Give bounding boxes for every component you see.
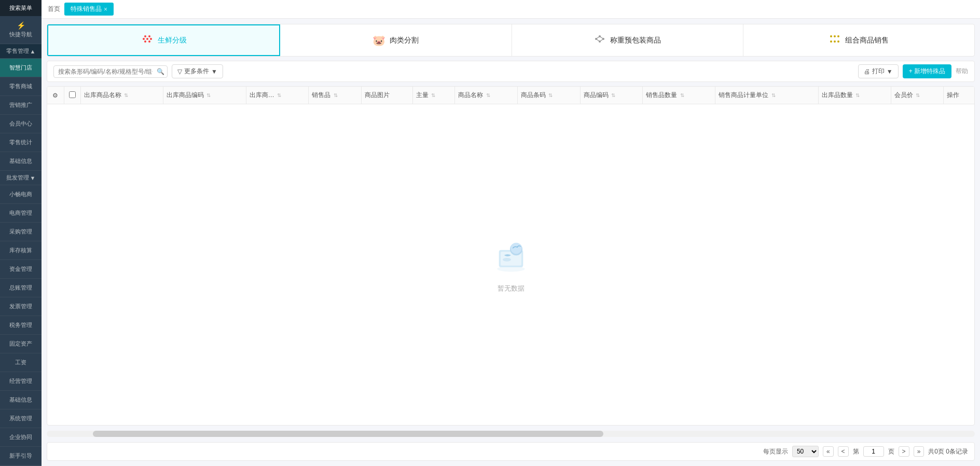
fresh-grade-icon: [141, 33, 154, 48]
sort-icon: ⇅: [277, 92, 281, 98]
column-sale-unit[interactable]: 销售商品计量单位 ⇅: [715, 87, 819, 104]
tab-fresh-grade[interactable]: 生鲜分级: [47, 24, 280, 56]
empty-state: 暂无数据: [47, 104, 974, 425]
sidebar-item-wholesale-mgmt[interactable]: 批发管理 ▼: [0, 171, 42, 185]
per-page-select[interactable]: 50 10 20 100: [792, 446, 819, 457]
svg-point-3: [144, 35, 146, 37]
sidebar-item-finance-mgmt[interactable]: 资金管理: [0, 260, 42, 279]
sidebar-item-label: 总账管理: [9, 284, 32, 292]
active-tab[interactable]: 特殊销售品 ×: [64, 3, 114, 16]
sidebar-item-label: 基础信息: [9, 157, 32, 165]
column-out-qty[interactable]: 出库品数量 ⇅: [818, 87, 891, 104]
svg-point-20: [837, 40, 839, 43]
svg-point-26: [503, 258, 511, 262]
help-button[interactable]: 帮助: [956, 67, 968, 76]
column-product-img: 商品图片: [361, 87, 412, 104]
filter-button[interactable]: ▽ 更多条件 ▼: [172, 64, 223, 78]
print-button[interactable]: 🖨 打印 ▼: [858, 64, 899, 78]
sidebar-logo[interactable]: 搜索菜单: [0, 0, 42, 16]
tab-meat-cut[interactable]: 🐷 肉类分割: [280, 24, 512, 56]
weigh-pack-icon: [593, 33, 606, 48]
search-wrap: 🔍: [53, 65, 168, 78]
tab-weigh-pack[interactable]: 称重预包装商品: [512, 24, 743, 56]
sort-icon: ⇅: [124, 92, 128, 98]
sidebar-item-invoice-mgmt[interactable]: 发票管理: [0, 297, 42, 316]
sidebar-item-inventory[interactable]: 库存核算: [0, 241, 42, 260]
column-out-name[interactable]: 出库商品名称 ⇅: [80, 87, 163, 104]
column-settings[interactable]: ⚙: [47, 87, 64, 104]
data-table: ⚙ 出库商品名称 ⇅ 出库商品编码 ⇅: [47, 87, 974, 104]
sort-icon: ⇅: [680, 92, 684, 98]
column-checkbox[interactable]: [64, 87, 80, 104]
column-product-code[interactable]: 商品编码 ⇅: [580, 87, 643, 104]
prev-page-button[interactable]: <: [838, 446, 849, 457]
column-actions: 操作: [944, 87, 974, 104]
column-out-spec[interactable]: 出库商… ⇅: [246, 87, 309, 104]
toolbar-right: 🖨 打印 ▼ + 新增特殊品 帮助: [858, 64, 968, 78]
page-label: 第: [853, 447, 859, 456]
sidebar-item-quick-nav[interactable]: ⚡ 快捷导航: [0, 16, 42, 44]
sidebar-item-retail-mall[interactable]: 零售商城: [0, 77, 42, 96]
last-page-button[interactable]: »: [914, 446, 924, 457]
svg-point-1: [146, 38, 148, 40]
sidebar-item-sales-promo[interactable]: 营销推广: [0, 96, 42, 115]
sidebar-item-general-ledger[interactable]: 总账管理: [0, 279, 42, 297]
empty-text: 暂无数据: [498, 284, 524, 293]
sort-icon: ⇅: [916, 92, 920, 98]
category-tabs: 生鲜分级 🐷 肉类分割: [47, 24, 975, 57]
horizontal-scrollbar[interactable]: [47, 431, 975, 437]
sidebar-item-basic-info[interactable]: 基础信息: [0, 152, 42, 171]
page-content: 生鲜分级 🐷 肉类分割: [42, 19, 980, 466]
print-arrow-icon: ▼: [887, 68, 893, 75]
svg-line-14: [596, 39, 600, 42]
column-sale-qty[interactable]: 销售品数量 ⇅: [643, 87, 715, 104]
sort-icon: ⇅: [206, 92, 211, 98]
page-unit: 页: [888, 447, 894, 456]
svg-point-6: [148, 40, 150, 43]
sidebar-item-ops-mgmt[interactable]: 经营管理: [0, 372, 42, 391]
sidebar-item-enterprise[interactable]: 企业协同: [0, 428, 42, 447]
sort-icon: ⇅: [334, 92, 338, 98]
sidebar-item-smart-store[interactable]: 智慧门店: [0, 59, 42, 77]
sidebar-item-basic-info2[interactable]: 基础信息: [0, 391, 42, 409]
column-main-weight[interactable]: 主量 ⇅: [412, 87, 455, 104]
tab-combo-sales[interactable]: 组合商品销售: [743, 24, 974, 56]
sidebar-item-label: 零售管理: [6, 47, 29, 55]
sidebar-item-new-guide[interactable]: 新手引导: [0, 447, 42, 465]
sidebar-item-label: 快捷导航: [9, 31, 32, 38]
column-sale-item[interactable]: 销售品 ⇅: [309, 87, 361, 104]
print-icon: 🖨: [864, 68, 870, 75]
column-barcode[interactable]: 商品条码 ⇅: [517, 87, 580, 104]
sidebar-item-mini-ecom[interactable]: 小畅电商: [0, 185, 42, 204]
sort-icon: ⇅: [548, 92, 553, 98]
sidebar-item-label: 系统管理: [9, 415, 32, 422]
page-input[interactable]: [863, 446, 884, 457]
svg-point-16: [834, 35, 836, 37]
sidebar-item-retail-mgmt[interactable]: 零售管理 ▲: [0, 44, 42, 59]
expand-icon: ▲: [30, 48, 36, 54]
next-page-button[interactable]: >: [899, 446, 909, 457]
select-all-checkbox[interactable]: [69, 91, 76, 98]
empty-icon: [490, 236, 532, 278]
sidebar-item-tax-mgmt[interactable]: 税务管理: [0, 316, 42, 335]
sidebar-item-salary[interactable]: 工资: [0, 353, 42, 372]
search-input[interactable]: [53, 65, 168, 78]
add-special-product-button[interactable]: + 新增特殊品: [903, 64, 951, 78]
first-page-button[interactable]: «: [823, 446, 834, 457]
sidebar-item-fixed-assets[interactable]: 固定资产: [0, 335, 42, 353]
sidebar-item-label: 批发管理: [6, 174, 29, 182]
column-product-name[interactable]: 商品名称 ⇅: [455, 87, 518, 104]
meat-cut-icon: 🐷: [372, 34, 385, 47]
close-tab-icon[interactable]: ×: [104, 6, 107, 13]
table-header: ⚙ 出库商品名称 ⇅ 出库商品编码 ⇅: [47, 87, 974, 104]
toolbar: 🔍 ▽ 更多条件 ▼ 🖨 打印 ▼ + 新增特殊品 帮助: [47, 61, 975, 82]
sidebar-item-purchase-mgmt[interactable]: 采购管理: [0, 223, 42, 241]
sidebar-item-sys-mgmt[interactable]: 系统管理: [0, 409, 42, 428]
column-out-code[interactable]: 出库商品编码 ⇅: [163, 87, 246, 104]
home-link[interactable]: 首页: [48, 5, 60, 13]
sidebar-item-retail-stats[interactable]: 零售统计: [0, 133, 42, 152]
sidebar-item-ecom-mgmt[interactable]: 电商管理: [0, 204, 42, 223]
column-member-price[interactable]: 会员价 ⇅: [891, 87, 944, 104]
sidebar-item-member-center[interactable]: 会员中心: [0, 115, 42, 133]
svg-point-4: [148, 35, 150, 37]
